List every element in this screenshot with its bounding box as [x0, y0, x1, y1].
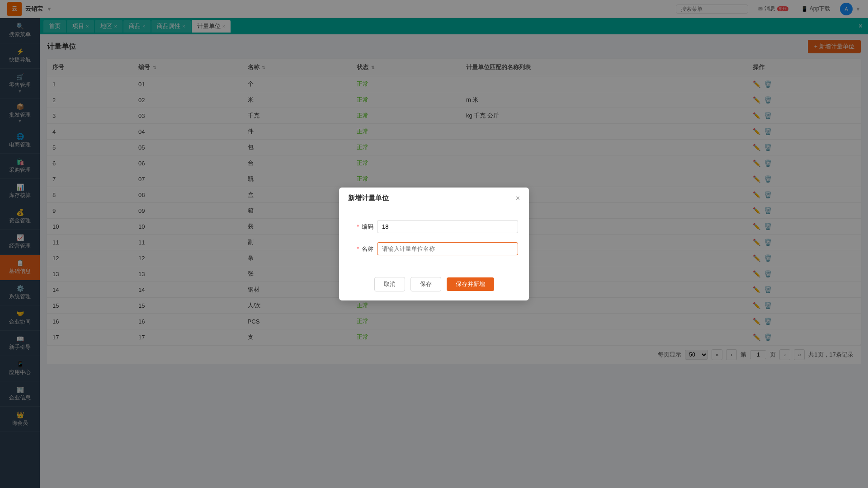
- modal-body: * 编码 * 名称: [339, 209, 529, 272]
- code-label: * 编码: [350, 223, 377, 231]
- required-mark: *: [357, 223, 359, 230]
- modal-title: 新增计量单位: [348, 194, 389, 202]
- form-row-code: * 编码: [350, 220, 518, 233]
- name-label: * 名称: [350, 245, 377, 253]
- save-button[interactable]: 保存: [410, 277, 441, 291]
- code-input[interactable]: [377, 220, 518, 233]
- save-and-new-button[interactable]: 保存并新增: [447, 277, 494, 291]
- modal-box: 新增计量单位 × * 编码 * 名称 取消 保存 保存并新增: [339, 188, 529, 300]
- cancel-button[interactable]: 取消: [374, 277, 405, 291]
- name-input[interactable]: [377, 242, 518, 255]
- required-mark-name: *: [357, 245, 359, 252]
- form-row-name: * 名称: [350, 242, 518, 255]
- modal-footer: 取消 保存 保存并新增: [339, 272, 529, 300]
- modal-overlay[interactable]: 新增计量单位 × * 编码 * 名称 取消 保存 保存并新增: [0, 0, 868, 488]
- modal-close-btn[interactable]: ×: [516, 195, 520, 202]
- modal-header: 新增计量单位 ×: [339, 188, 529, 209]
